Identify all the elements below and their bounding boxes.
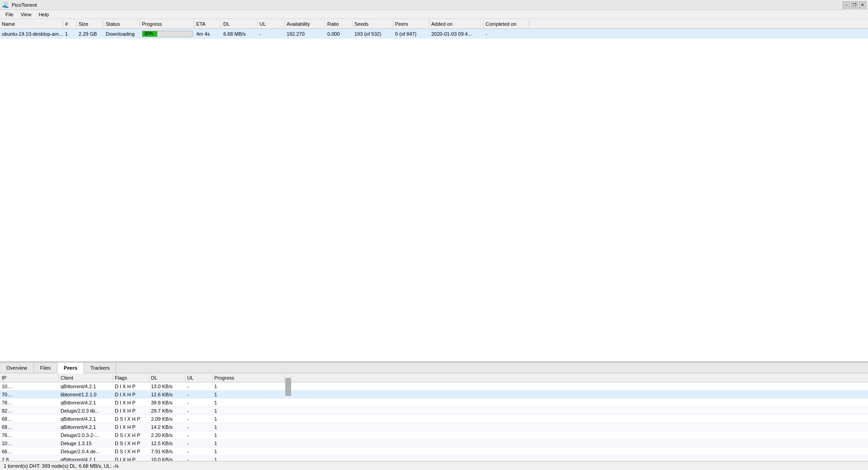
peers-list: 10… qBittorrent/4.2.1 D I X H P 13.0 KB/…	[0, 382, 868, 461]
peers-col-client[interactable]: Client	[59, 374, 113, 381]
peer-dl: 10.0 KB/s	[149, 456, 185, 461]
bottom-panel: Overview Files Peers Trackers IP Client …	[0, 362, 868, 461]
peer-progress: 1	[212, 456, 285, 461]
menu-file[interactable]: File	[2, 11, 17, 18]
status-text: 1 torrent(s) DHT: 369 node(s) DL: 6.68 M…	[4, 463, 118, 469]
col-header-eta[interactable]: ETA	[194, 20, 222, 28]
col-header-name[interactable]: Name	[0, 20, 63, 28]
peers-col-progress[interactable]: Progress	[212, 374, 285, 381]
peer-ip: 82…	[0, 408, 59, 414]
close-button[interactable]: ✕	[859, 1, 866, 9]
list-item[interactable]: 76… Deluge/2.0.3-2-... D S I X H P 2.20 …	[0, 431, 868, 439]
minimize-button[interactable]: −	[843, 1, 850, 9]
list-item[interactable]: 66… Deluge/2.0.4.de... D S I X H P 7.91 …	[0, 447, 868, 456]
col-header-peers[interactable]: Peers	[393, 20, 429, 28]
col-header-completed[interactable]: Completed on	[484, 20, 529, 28]
menu-help[interactable]: Help	[35, 11, 52, 18]
peer-progress: 1	[212, 440, 285, 446]
peer-ul: -	[185, 391, 212, 398]
list-item[interactable]: 82… Deluge/2.0.3 lib... D I X H P 29.7 K…	[0, 407, 868, 415]
torrent-peers: 0 (of 847)	[393, 30, 429, 38]
peer-progress: 1	[212, 391, 285, 398]
tab-trackers[interactable]: Trackers	[84, 362, 116, 373]
peer-flags: D S I X H P	[113, 432, 149, 438]
peer-ip: 68…	[0, 424, 59, 430]
peer-dl: 12.6 KB/s	[149, 391, 185, 398]
col-header-ul[interactable]: UL	[258, 20, 285, 28]
menu-view[interactable]: View	[17, 11, 35, 18]
col-header-added[interactable]: Added on	[429, 20, 484, 28]
col-header-seeds[interactable]: Seeds	[353, 20, 393, 28]
torrent-eta: 4m 4s	[194, 30, 222, 38]
torrent-progress-cell: 30%	[140, 30, 194, 38]
peer-ip: 68…	[0, 416, 59, 422]
tab-peers[interactable]: Peers	[57, 362, 84, 373]
tab-files[interactable]: Files	[34, 362, 57, 373]
torrent-ratio: 0.000	[326, 30, 353, 38]
list-item[interactable]: 70… libtorrent/1.2.1.0 D I X H P 12.6 KB…	[0, 390, 868, 399]
peer-ul: -	[185, 408, 212, 414]
peer-ul: -	[185, 440, 212, 446]
table-row[interactable]: ubuntu-19.10-desktop-am... 1 2.29 GB Dow…	[0, 29, 868, 39]
peer-progress: 1	[212, 448, 285, 455]
peers-col-ul[interactable]: UL	[185, 374, 212, 381]
peer-ul: -	[185, 383, 212, 390]
col-header-progress[interactable]: Progress	[140, 20, 194, 28]
peer-dl: 13.0 KB/s	[149, 383, 185, 390]
col-header-dl[interactable]: DL	[222, 20, 258, 28]
restore-button[interactable]: ❐	[851, 1, 858, 9]
torrent-name: ubuntu-19.10-desktop-am...	[0, 30, 63, 38]
peer-dl: 29.7 KB/s	[149, 408, 185, 414]
torrent-availability: 192.270	[285, 30, 326, 38]
col-header-availability[interactable]: Availability	[285, 20, 326, 28]
tab-overview[interactable]: Overview	[0, 362, 34, 373]
peers-col-flags[interactable]: Flags	[113, 374, 149, 381]
peer-ul: -	[185, 456, 212, 461]
list-item[interactable]: 10… Deluge 1.3.15 D S I X H P 12.5 KB/s …	[0, 439, 868, 447]
torrent-status: Downloading	[104, 30, 140, 38]
peer-client: Deluge/2.0.3 lib...	[59, 408, 113, 414]
torrent-hash: 1	[63, 30, 77, 38]
peer-client: qBittorrent/4.2.1	[59, 400, 113, 406]
peers-col-dl[interactable]: DL	[149, 374, 185, 381]
peer-dl: 14.2 KB/s	[149, 424, 185, 430]
col-header-size[interactable]: Size	[77, 20, 104, 28]
torrent-added: 2020-01-03 09:4...	[429, 30, 484, 38]
torrent-dl: 6.68 MB/s	[222, 30, 258, 38]
torrent-list: ubuntu-19.10-desktop-am... 1 2.29 GB Dow…	[0, 29, 868, 362]
list-item[interactable]: 10… qBittorrent/4.2.1 D I X H P 13.0 KB/…	[0, 382, 868, 390]
list-item[interactable]: 68… qBittorrent/4.2.1 D S I X H P 2.09 K…	[0, 415, 868, 423]
peer-ip: 10…	[0, 383, 59, 390]
peer-client: qBittorrent/4.2.1	[59, 383, 113, 390]
list-item[interactable]: 78… qBittorrent/4.2.1 D I X H P 39.8 KB/…	[0, 399, 868, 407]
peer-flags: D S I X H P	[113, 448, 149, 455]
peer-ul: -	[185, 400, 212, 406]
peer-ip: 2.8…	[0, 456, 59, 461]
peer-flags: D S I X H P	[113, 416, 149, 422]
torrent-completed: -	[484, 30, 529, 38]
peer-client: qBittorrent/4.2.1	[59, 424, 113, 430]
col-header-ratio[interactable]: Ratio	[326, 20, 353, 28]
peer-client: qBittorrent/4.2.1	[59, 416, 113, 422]
detail-tabs: Overview Files Peers Trackers	[0, 362, 868, 373]
peer-ip: 70…	[0, 391, 59, 398]
peer-client: Deluge/2.0.3-2-...	[59, 432, 113, 438]
peer-client: Deluge/2.0.4.de...	[59, 448, 113, 455]
peers-scrollbar-thumb[interactable]	[285, 378, 291, 396]
peer-flags: D I X H P	[113, 383, 149, 390]
peer-ul: -	[185, 448, 212, 455]
progress-bar-container: 30%	[142, 31, 193, 37]
list-item[interactable]: 68… qBittorrent/4.2.1 D I X H P 14.2 KB/…	[0, 423, 868, 431]
peers-col-ip[interactable]: IP	[0, 374, 59, 381]
list-item[interactable]: 2.8… qBittorrent/4.2.1 D I X H P 10.0 KB…	[0, 456, 868, 461]
peer-client: qBittorrent/4.2.1	[59, 456, 113, 461]
status-bar: 1 torrent(s) DHT: 369 node(s) DL: 6.68 M…	[0, 461, 868, 470]
col-header-status[interactable]: Status	[104, 20, 140, 28]
peer-ip: 10…	[0, 440, 59, 446]
peer-dl: 2.09 KB/s	[149, 416, 185, 422]
col-header-hash[interactable]: #	[63, 20, 77, 28]
peer-flags: D I X H P	[113, 400, 149, 406]
torrent-ul: -	[258, 30, 285, 38]
torrent-size: 2.29 GB	[77, 30, 104, 38]
peer-flags: D I X H P	[113, 424, 149, 430]
